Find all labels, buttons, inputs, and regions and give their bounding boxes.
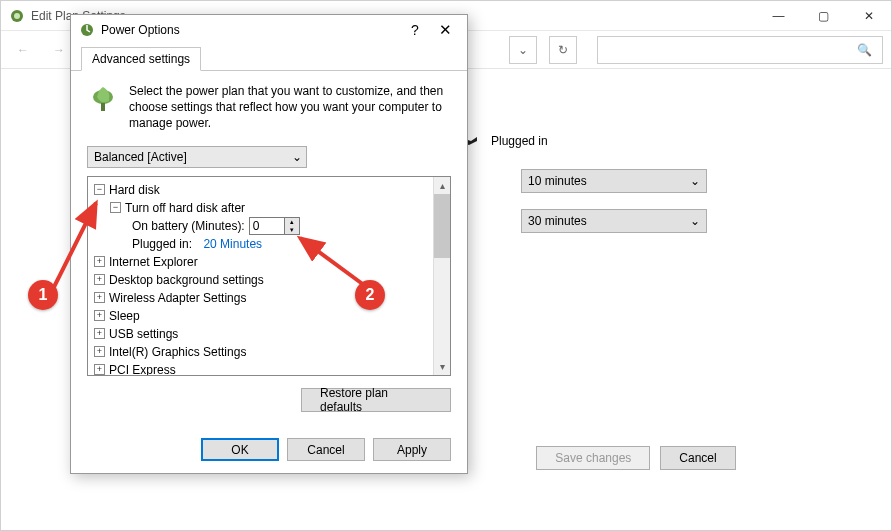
dialog-description: Select the power plan that you want to c… <box>129 83 451 132</box>
expand-icon[interactable]: + <box>94 364 105 375</box>
tree-node-desktop-bg[interactable]: +Desktop background settings <box>94 271 444 289</box>
power-plan-icon <box>9 8 25 24</box>
sleep-timeout-dropdown[interactable]: 30 minutes ⌄ <box>521 209 707 233</box>
expand-icon[interactable]: + <box>94 310 105 321</box>
svg-point-1 <box>14 13 20 19</box>
dropdown-value: 30 minutes <box>528 214 587 228</box>
scroll-down-icon[interactable]: ▾ <box>434 358 450 375</box>
tab-advanced-settings[interactable]: Advanced settings <box>81 47 201 71</box>
expand-icon[interactable]: + <box>94 346 105 357</box>
tab-strip: Advanced settings <box>71 45 467 71</box>
refresh-button[interactable]: ↻ <box>549 36 577 64</box>
dialog-cancel-button[interactable]: Cancel <box>287 438 365 461</box>
ok-button[interactable]: OK <box>201 438 279 461</box>
cancel-button[interactable]: Cancel <box>660 446 735 470</box>
dialog-close-button[interactable]: ✕ <box>429 16 461 44</box>
display-timeout-dropdown[interactable]: 10 minutes ⌄ <box>521 169 707 193</box>
back-button[interactable]: ← <box>9 36 37 64</box>
tree-node-wireless[interactable]: +Wireless Adapter Settings <box>94 289 444 307</box>
close-button[interactable]: ✕ <box>846 1 891 31</box>
tree-node-ie[interactable]: +Internet Explorer <box>94 253 444 271</box>
tree-node-usb[interactable]: +USB settings <box>94 325 444 343</box>
collapse-icon[interactable]: − <box>110 202 121 213</box>
tree-leaf-on-battery: On battery (Minutes): ▴▾ <box>94 217 444 235</box>
plugged-in-label: Plugged in: <box>132 235 192 253</box>
power-plan-dropdown[interactable]: Balanced [Active] ⌄ <box>87 146 307 168</box>
tree-scrollbar[interactable]: ▴ ▾ <box>433 177 450 375</box>
scroll-thumb[interactable] <box>434 194 450 258</box>
tree-node-turn-off-hd[interactable]: −Turn off hard disk after <box>94 199 444 217</box>
collapse-icon[interactable]: − <box>94 184 105 195</box>
forward-button[interactable]: → <box>45 36 73 64</box>
dialog-title: Power Options <box>101 23 401 37</box>
settings-tree: −Hard disk −Turn off hard disk after On … <box>87 176 451 376</box>
search-icon: 🔍 <box>857 43 872 57</box>
tree-node-sleep[interactable]: +Sleep <box>94 307 444 325</box>
expand-icon[interactable]: + <box>94 292 105 303</box>
chevron-down-icon: ⌄ <box>292 150 302 164</box>
tree-node-pci[interactable]: +PCI Express <box>94 361 444 376</box>
apply-button[interactable]: Apply <box>373 438 451 461</box>
chevron-down-icon: ⌄ <box>690 214 700 228</box>
annotation-1: 1 <box>28 280 58 310</box>
power-options-icon <box>79 22 95 38</box>
plugged-in-label: Plugged in <box>491 134 548 148</box>
on-battery-label: On battery (Minutes): <box>132 217 245 235</box>
restore-defaults-button[interactable]: Restore plan defaults <box>301 388 451 412</box>
plugged-in-value[interactable]: 20 Minutes <box>203 235 262 253</box>
dropdown-value: 10 minutes <box>528 174 587 188</box>
scroll-up-icon[interactable]: ▴ <box>434 177 450 194</box>
address-dropdown[interactable]: ⌄ <box>509 36 537 64</box>
on-battery-spinner[interactable]: ▴▾ <box>249 217 300 235</box>
annotation-2: 2 <box>355 280 385 310</box>
expand-icon[interactable]: + <box>94 328 105 339</box>
tree-node-hard-disk[interactable]: −Hard disk <box>94 181 444 199</box>
help-button[interactable]: ? <box>401 16 429 44</box>
expand-icon[interactable]: + <box>94 256 105 267</box>
power-leaf-icon <box>87 83 119 115</box>
dropdown-value: Balanced [Active] <box>94 150 187 164</box>
on-battery-input[interactable] <box>250 218 284 234</box>
chevron-down-icon: ⌄ <box>690 174 700 188</box>
dialog-titlebar: Power Options ? ✕ <box>71 15 467 45</box>
power-options-dialog: Power Options ? ✕ Advanced settings Sele… <box>70 14 468 474</box>
expand-icon[interactable]: + <box>94 274 105 285</box>
save-changes-button[interactable]: Save changes <box>536 446 650 470</box>
minimize-button[interactable]: — <box>756 1 801 31</box>
search-box[interactable]: 🔍 <box>597 36 883 64</box>
spin-down-icon[interactable]: ▾ <box>285 226 299 234</box>
maximize-button[interactable]: ▢ <box>801 1 846 31</box>
svg-rect-4 <box>101 103 105 111</box>
tree-node-intel[interactable]: +Intel(R) Graphics Settings <box>94 343 444 361</box>
tree-leaf-plugged-in[interactable]: Plugged in: 20 Minutes <box>94 235 444 253</box>
